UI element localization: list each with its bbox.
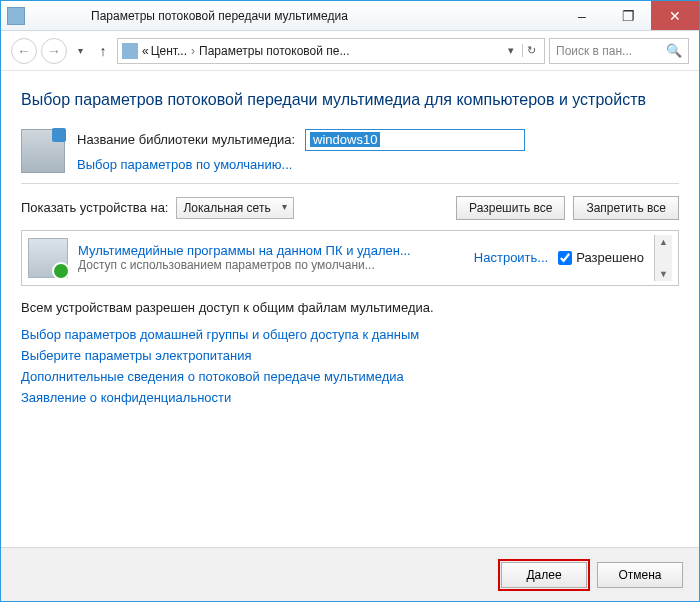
- app-icon: [7, 7, 25, 25]
- network-select-value: Локальная сеть: [183, 201, 270, 215]
- content-area: Выбор параметров потоковой передачи муль…: [1, 71, 699, 421]
- maximize-button[interactable]: ❐: [605, 1, 651, 30]
- device-scrollbar[interactable]: ▲ ▼: [654, 235, 672, 281]
- search-placeholder: Поиск в пан...: [556, 44, 632, 58]
- default-settings-link[interactable]: Выбор параметров по умолчанию...: [77, 157, 292, 172]
- library-icon: [21, 129, 65, 173]
- device-allowed-input[interactable]: [558, 251, 572, 265]
- related-links: Выбор параметров домашней группы и общег…: [21, 327, 679, 405]
- search-icon: 🔍: [666, 43, 682, 58]
- button-bar: Далее Отмена: [1, 547, 699, 601]
- status-text: Всем устройствам разрешен доступ к общим…: [21, 300, 679, 315]
- window-buttons: – ❐ ✕: [559, 1, 699, 30]
- library-name-label: Название библиотеки мультимедиа:: [77, 132, 295, 147]
- library-name-input[interactable]: windows10: [305, 129, 525, 151]
- breadcrumb-1[interactable]: Цент...: [151, 44, 187, 58]
- location-icon: [122, 43, 138, 59]
- show-devices-label: Показать устройства на:: [21, 200, 168, 215]
- network-select[interactable]: Локальная сеть: [176, 197, 293, 219]
- library-name-value: windows10: [310, 132, 380, 147]
- back-button[interactable]: ←: [11, 38, 37, 64]
- history-dropdown-icon[interactable]: ▾: [71, 38, 89, 64]
- close-button[interactable]: ✕: [651, 1, 699, 30]
- window-title: Параметры потоковой передачи мультимедиа: [31, 9, 559, 23]
- scroll-down-icon[interactable]: ▼: [659, 269, 668, 279]
- search-input[interactable]: Поиск в пан... 🔍: [549, 38, 689, 64]
- device-allowed-label: Разрешено: [576, 250, 644, 265]
- privacy-link[interactable]: Заявление о конфиденциальности: [21, 390, 679, 405]
- breadcrumb-2[interactable]: Параметры потоковой пе...: [199, 44, 349, 58]
- power-link[interactable]: Выберите параметры электропитания: [21, 348, 679, 363]
- page-heading: Выбор параметров потоковой передачи муль…: [21, 89, 679, 111]
- device-allowed-checkbox[interactable]: Разрешено: [558, 250, 644, 265]
- refresh-button[interactable]: ↻: [522, 44, 540, 57]
- minimize-button[interactable]: –: [559, 1, 605, 30]
- block-all-button[interactable]: Запретить все: [573, 196, 679, 220]
- scroll-up-icon[interactable]: ▲: [659, 237, 668, 247]
- address-dropdown-icon[interactable]: ▾: [502, 44, 520, 57]
- forward-button[interactable]: →: [41, 38, 67, 64]
- chevron-right-icon: ›: [189, 44, 197, 58]
- library-row: Название библиотеки мультимедиа: windows…: [21, 129, 679, 173]
- address-bar[interactable]: « Цент... › Параметры потоковой пе... ▾ …: [117, 38, 545, 64]
- next-button[interactable]: Далее: [501, 562, 587, 588]
- homegroup-link[interactable]: Выбор параметров домашней группы и общег…: [21, 327, 679, 342]
- device-list: Мультимедийные программы на данном ПК и …: [21, 230, 679, 286]
- up-button[interactable]: ↑: [93, 43, 113, 59]
- breadcrumb-prefix: «: [142, 44, 149, 58]
- device-icon: [28, 238, 68, 278]
- allow-all-button[interactable]: Разрешить все: [456, 196, 565, 220]
- nav-bar: ← → ▾ ↑ « Цент... › Параметры потоковой …: [1, 31, 699, 71]
- divider: [21, 183, 679, 184]
- cancel-button[interactable]: Отмена: [597, 562, 683, 588]
- device-title[interactable]: Мультимедийные программы на данном ПК и …: [78, 243, 464, 258]
- device-configure-link[interactable]: Настроить...: [474, 250, 548, 265]
- show-devices-row: Показать устройства на: Локальная сеть Р…: [21, 196, 679, 220]
- device-subtitle: Доступ с использованием параметров по ум…: [78, 258, 464, 272]
- moreinfo-link[interactable]: Дополнительные сведения о потоковой пере…: [21, 369, 679, 384]
- title-bar: Параметры потоковой передачи мультимедиа…: [1, 1, 699, 31]
